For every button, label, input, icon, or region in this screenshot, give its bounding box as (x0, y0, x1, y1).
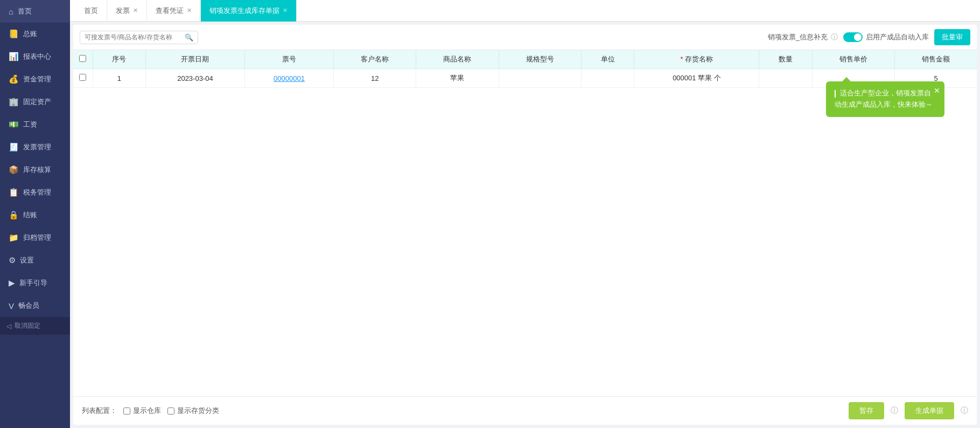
cell-spec (499, 69, 581, 88)
generate-help-icon[interactable]: ⓘ (961, 406, 968, 416)
config-label: 列表配置： (82, 406, 117, 416)
sidebar-item-payroll[interactable]: 💵 工资 (0, 113, 70, 136)
cell-ticket-no[interactable]: 00000001 (244, 69, 333, 88)
select-all-checkbox[interactable] (79, 55, 86, 62)
header-date: 开票日期 (146, 50, 245, 69)
tab-invoice[interactable]: 发票 ✕ (107, 0, 147, 22)
search-input[interactable] (85, 33, 181, 41)
sidebar-item-settings[interactable]: ⚙ 设置 (0, 249, 70, 272)
capital-icon: 💰 (9, 74, 19, 84)
cell-product-name: 苹果 (416, 69, 499, 88)
tab-bar: 首页 发票 ✕ 查看凭证 ✕ 销项发票生成库存单据 ✕ (70, 0, 980, 22)
row-checkbox[interactable] (79, 74, 86, 81)
header-checkbox-col (73, 50, 93, 69)
sidebar-item-closing[interactable]: 🔒 结账 (0, 204, 70, 226)
main-area: 首页 发票 ✕ 查看凭证 ✕ 销项发票生成库存单据 ✕ 🔍 销项发票_信息补充 … (70, 0, 980, 428)
home-icon: ⌂ (9, 7, 13, 16)
inventory-icon: 📦 (9, 165, 19, 175)
tooltip-close-button[interactable]: ✕ (934, 85, 940, 96)
show-warehouse-label: 显示仓库 (133, 406, 161, 416)
save-help-icon[interactable]: ⓘ (891, 406, 898, 416)
header-customer: 客户名称 (334, 50, 416, 69)
info-label: 销项发票_信息补充 (768, 32, 828, 42)
save-button[interactable]: 暂存 (849, 402, 884, 419)
content-panel: 🔍 销项发票_信息补充 ⓘ 启用产成品自动入库 批量审 (73, 25, 977, 425)
tooltip-text: 适合生产型企业，销项发票自动生成产成品入库，快来体验～ (835, 89, 933, 108)
generate-button[interactable]: 生成单据 (905, 402, 954, 419)
batch-button[interactable]: 批量审 (934, 29, 970, 45)
toggle-knob (854, 33, 862, 41)
close-voucher-tab[interactable]: ✕ (187, 7, 192, 14)
sidebar-item-invoice[interactable]: 🧾 发票管理 (0, 136, 70, 158)
toggle-container: 启用产成品自动入库 (843, 32, 929, 42)
tax-icon: 📋 (9, 188, 19, 197)
sidebar-item-capital[interactable]: 💰 资金管理 (0, 68, 70, 91)
guide-icon: ▶ (9, 278, 15, 288)
bottom-bar: 列表配置： 显示仓库 显示存货分类 暂存 ⓘ 生成单据 ⓘ (73, 396, 977, 425)
cell-unit (581, 69, 634, 88)
assets-icon: 🏢 (9, 97, 19, 107)
header-unit: 单位 (581, 50, 634, 69)
bottom-buttons: 暂存 ⓘ 生成单据 ⓘ (849, 402, 968, 419)
show-warehouse-checkbox[interactable] (123, 408, 130, 415)
sidebar: ⌂ 首页 📒 总账 📊 报表中心 💰 资金管理 🏢 固定资产 💵 工资 🧾 发票… (0, 0, 70, 428)
toolbar-info: 销项发票_信息补充 ⓘ (768, 32, 838, 42)
cell-customer: 12 (334, 69, 416, 88)
header-qty: 数量 (759, 50, 813, 69)
search-box[interactable]: 🔍 (80, 31, 198, 44)
sidebar-item-inventory[interactable]: 📦 库存核算 (0, 158, 70, 181)
show-category-checkbox[interactable] (167, 408, 174, 415)
show-category-option[interactable]: 显示存货分类 (167, 406, 219, 416)
undo-fixed-button[interactable]: ◁ 取消固定 (0, 317, 70, 335)
header-amount: 销售金额 (895, 50, 977, 69)
table-header-row: 序号 开票日期 票号 客户名称 商品名称 规格型号 单位 存货名称 数量 销售单… (73, 50, 977, 69)
sidebar-item-archive[interactable]: 📁 归档管理 (0, 226, 70, 249)
toolbar: 🔍 销项发票_信息补充 ⓘ 启用产成品自动入库 批量审 (73, 25, 977, 50)
sidebar-item-report[interactable]: 📊 报表中心 (0, 45, 70, 68)
header-ticket-no: 票号 (244, 50, 333, 69)
sidebar-item-guide[interactable]: ▶ 新手引导 (0, 272, 70, 294)
show-category-label: 显示存货分类 (177, 406, 219, 416)
archive-icon: 📁 (9, 233, 19, 243)
tooltip-box: ✕ 适合生产型企业，销项发票自动生成产成品入库，快来体验～ (826, 81, 944, 117)
ledger-icon: 📒 (9, 29, 19, 39)
closing-icon: 🔒 (9, 210, 19, 220)
cell-qty (759, 69, 813, 88)
sidebar-item-member[interactable]: V 畅会员 (0, 294, 70, 317)
row-checkbox-cell[interactable] (73, 69, 93, 88)
tab-voucher[interactable]: 查看凭证 ✕ (147, 0, 201, 22)
tab-return-invoice[interactable]: 销项发票生成库存单据 ✕ (201, 0, 297, 22)
sidebar-item-home[interactable]: ⌂ 首页 (0, 0, 70, 23)
settings-icon: ⚙ (9, 256, 16, 265)
undo-icon: ◁ (6, 322, 11, 330)
member-icon: V (9, 301, 14, 310)
header-spec: 规格型号 (499, 50, 581, 69)
close-return-tab[interactable]: ✕ (283, 7, 288, 14)
invoice-icon: 🧾 (9, 142, 19, 152)
cell-inventory: 000001 苹果 个 (634, 69, 759, 88)
info-help-icon[interactable]: ⓘ (831, 32, 838, 42)
sidebar-item-assets[interactable]: 🏢 固定资产 (0, 91, 70, 113)
report-icon: 📊 (9, 52, 19, 61)
show-warehouse-option[interactable]: 显示仓库 (123, 406, 161, 416)
sidebar-item-ledger[interactable]: 📒 总账 (0, 23, 70, 45)
header-product-name: 商品名称 (416, 50, 499, 69)
cell-seq: 1 (93, 69, 146, 88)
header-inventory: 存货名称 (634, 50, 759, 69)
header-unit-price: 销售单价 (813, 50, 895, 69)
search-icon[interactable]: 🔍 (185, 33, 193, 42)
sidebar-item-tax[interactable]: 📋 税务管理 (0, 181, 70, 204)
toggle-label: 启用产成品自动入库 (866, 32, 929, 42)
tab-home[interactable]: 首页 (75, 0, 107, 22)
auto-warehousing-toggle[interactable] (843, 32, 863, 42)
close-invoice-tab[interactable]: ✕ (133, 7, 138, 14)
payroll-icon: 💵 (9, 120, 19, 129)
header-seq: 序号 (93, 50, 146, 69)
cell-date: 2023-03-04 (146, 69, 245, 88)
tooltip-cursor (835, 90, 836, 98)
